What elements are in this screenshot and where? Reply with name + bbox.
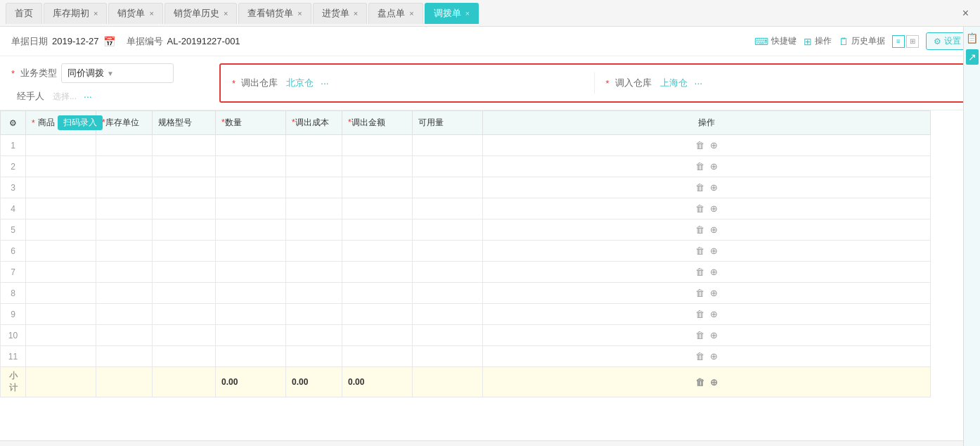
- cell-goods[interactable]: [26, 262, 96, 283]
- cell-available[interactable]: [413, 156, 483, 177]
- tab-inventory-check[interactable]: 盘点单 ×: [368, 3, 423, 24]
- cell-goods[interactable]: [26, 325, 96, 346]
- cell-cost[interactable]: [286, 135, 342, 156]
- cell-unit[interactable]: [96, 219, 153, 241]
- delete-icon[interactable]: 🗑: [695, 351, 704, 362]
- cell-available[interactable]: [413, 241, 483, 262]
- cell-goods[interactable]: [26, 304, 96, 325]
- bottom-scrollbar[interactable]: [0, 440, 980, 446]
- delete-icon[interactable]: 🗑: [695, 161, 704, 172]
- cell-cost[interactable]: [286, 346, 342, 367]
- cell-cost[interactable]: [286, 241, 342, 262]
- view-toggle-grid[interactable]: ⊞: [906, 35, 919, 48]
- cell-available[interactable]: [413, 135, 483, 156]
- cell-available[interactable]: [413, 177, 483, 198]
- cell-amount[interactable]: [342, 198, 413, 219]
- cell-cost[interactable]: [286, 262, 342, 283]
- transfer-out-more-icon[interactable]: ···: [321, 77, 329, 89]
- cell-qty[interactable]: [216, 198, 286, 219]
- cell-spec[interactable]: [153, 198, 216, 219]
- tab-sales-order[interactable]: 销货单 ×: [108, 3, 162, 24]
- number-value[interactable]: AL-20191227-001: [167, 36, 240, 46]
- cell-spec[interactable]: [153, 325, 216, 346]
- handler-placeholder[interactable]: 选择...: [53, 91, 77, 103]
- cell-amount[interactable]: [342, 177, 413, 198]
- cell-goods[interactable]: [26, 156, 96, 177]
- cell-qty[interactable]: [216, 346, 286, 367]
- view-toggle-list[interactable]: ≡: [892, 35, 905, 48]
- cell-spec[interactable]: [153, 262, 216, 283]
- cell-unit[interactable]: [96, 283, 153, 304]
- delete-icon[interactable]: 🗑: [695, 224, 704, 235]
- cell-unit[interactable]: [96, 135, 153, 156]
- cell-amount[interactable]: [342, 135, 413, 156]
- cell-cost[interactable]: [286, 325, 342, 346]
- close-icon[interactable]: ×: [354, 9, 358, 18]
- close-icon[interactable]: ×: [465, 9, 470, 18]
- cell-cost[interactable]: [286, 283, 342, 304]
- cell-unit[interactable]: [96, 156, 153, 177]
- cell-qty[interactable]: [216, 156, 286, 177]
- subtotal-copy-icon[interactable]: ⊕: [710, 377, 718, 388]
- copy-icon[interactable]: ⊕: [710, 288, 718, 298]
- cell-unit[interactable]: [96, 262, 153, 283]
- cell-spec[interactable]: [153, 304, 216, 325]
- cell-cost[interactable]: [286, 219, 342, 241]
- close-icon[interactable]: ×: [94, 9, 98, 18]
- cell-amount[interactable]: [342, 219, 413, 241]
- cell-available[interactable]: [413, 198, 483, 219]
- cell-spec[interactable]: [153, 156, 216, 177]
- cell-qty[interactable]: [216, 135, 286, 156]
- delete-icon[interactable]: 🗑: [695, 140, 704, 151]
- transfer-in-more-icon[interactable]: ···: [695, 77, 703, 89]
- delete-icon[interactable]: 🗑: [695, 330, 704, 340]
- cell-spec[interactable]: [153, 241, 216, 262]
- th-settings[interactable]: ⚙: [1, 111, 26, 135]
- copy-icon[interactable]: ⊕: [710, 203, 718, 214]
- tab-home[interactable]: 首页: [6, 3, 42, 24]
- cell-unit[interactable]: [96, 346, 153, 367]
- handler-more-icon[interactable]: ···: [84, 91, 92, 102]
- cell-available[interactable]: [413, 346, 483, 367]
- delete-icon[interactable]: 🗑: [695, 309, 704, 319]
- cell-unit[interactable]: [96, 198, 153, 219]
- tab-transfer[interactable]: 调拨单 ×: [425, 3, 479, 24]
- calendar-icon[interactable]: 📅: [103, 36, 115, 47]
- subtotal-delete-icon[interactable]: 🗑: [695, 377, 704, 388]
- cell-amount[interactable]: [342, 283, 413, 304]
- cell-spec[interactable]: [153, 177, 216, 198]
- cell-available[interactable]: [413, 304, 483, 325]
- tab-sales-history[interactable]: 销货单历史 ×: [165, 3, 237, 24]
- cell-unit[interactable]: [96, 304, 153, 325]
- cell-unit[interactable]: [96, 177, 153, 198]
- cell-qty[interactable]: [216, 325, 286, 346]
- cell-spec[interactable]: [153, 219, 216, 241]
- cell-goods[interactable]: [26, 346, 96, 367]
- delete-icon[interactable]: 🗑: [695, 267, 704, 277]
- cell-available[interactable]: [413, 325, 483, 346]
- cell-cost[interactable]: [286, 156, 342, 177]
- operate-button[interactable]: ⊞ 操作: [804, 35, 832, 47]
- history-button[interactable]: 🗒 历史单据: [839, 35, 885, 47]
- cell-amount[interactable]: [342, 262, 413, 283]
- tab-inventory-init[interactable]: 库存期初 ×: [44, 3, 107, 24]
- scan-button[interactable]: 扫码录入: [58, 115, 103, 130]
- copy-icon[interactable]: ⊕: [710, 309, 718, 319]
- cell-goods[interactable]: [26, 241, 96, 262]
- cell-amount[interactable]: [342, 346, 413, 367]
- close-icon[interactable]: ×: [297, 9, 302, 18]
- cell-spec[interactable]: [153, 346, 216, 367]
- tab-purchase[interactable]: 进货单 ×: [313, 3, 367, 24]
- window-close-icon[interactable]: ×: [957, 7, 974, 20]
- cell-available[interactable]: [413, 262, 483, 283]
- copy-icon[interactable]: ⊕: [710, 330, 718, 340]
- cell-goods[interactable]: [26, 177, 96, 198]
- cell-qty[interactable]: [216, 219, 286, 241]
- copy-icon[interactable]: ⊕: [710, 224, 718, 235]
- cell-available[interactable]: [413, 283, 483, 304]
- cell-cost[interactable]: [286, 198, 342, 219]
- cell-spec[interactable]: [153, 283, 216, 304]
- cell-qty[interactable]: [216, 262, 286, 283]
- cell-goods[interactable]: [26, 219, 96, 241]
- cell-spec[interactable]: [153, 135, 216, 156]
